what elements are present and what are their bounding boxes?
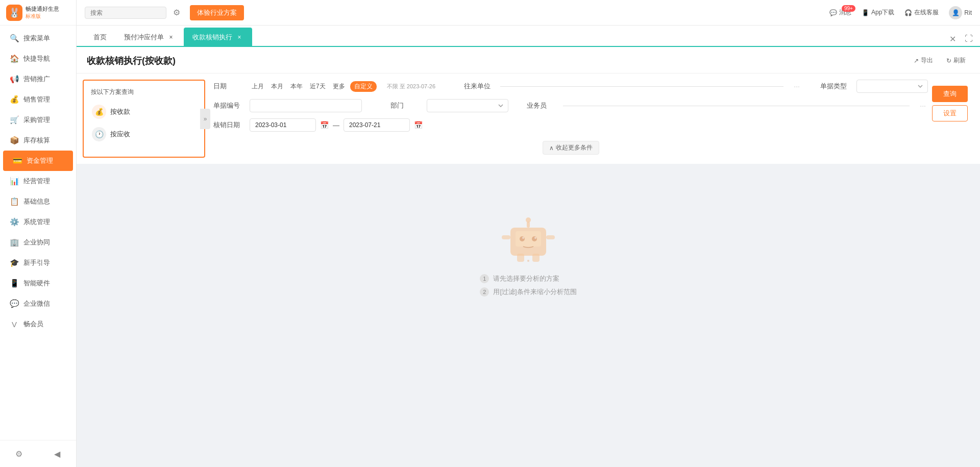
- date-7days[interactable]: 近7天: [308, 81, 328, 92]
- logo-sub: 标准版: [26, 13, 59, 20]
- query-btn[interactable]: 查询: [932, 86, 968, 102]
- svg-point-2: [520, 236, 525, 241]
- verify-date-end-calendar[interactable]: 📅: [414, 121, 423, 129]
- filter-option-by-receipt[interactable]: 💰 按收款: [84, 101, 204, 123]
- collapse-sidebar-icon[interactable]: ◀: [49, 446, 65, 462]
- export-label: 导出: [921, 56, 933, 65]
- search-input[interactable]: [85, 7, 166, 19]
- sidebar-item-hardware[interactable]: 📱 智能硬件: [0, 273, 76, 293]
- message-icon: 💬: [829, 9, 837, 16]
- receipt-icon: 💰: [92, 105, 106, 119]
- date-range-display: 不限 至 2023-07-26: [387, 83, 435, 90]
- settings-icon[interactable]: ⚙: [11, 446, 27, 462]
- sidebar-item-search[interactable]: 🔍 搜索菜单: [0, 28, 76, 48]
- date-this-month[interactable]: 本月: [269, 81, 285, 92]
- date-more[interactable]: 更多: [331, 81, 347, 92]
- sidebar-item-sales[interactable]: 💰 销售管理: [0, 89, 76, 110]
- sidebar-item-marketing[interactable]: 📢 营销推广: [0, 69, 76, 89]
- svg-rect-8: [502, 235, 510, 239]
- app-label: App下载: [871, 8, 894, 17]
- sidebar-item-capital[interactable]: 💳 资金管理: [3, 151, 73, 171]
- filter-area: 按以下方案查询 💰 按收款 🕐 按应收 » 日: [77, 73, 980, 164]
- nav-label-marketing: 营销推广: [23, 75, 50, 84]
- collapse-more-btn[interactable]: ∧ 收起更多条件: [543, 141, 599, 155]
- export-icon: ↗: [914, 57, 919, 64]
- nav-label-capital: 资金管理: [27, 156, 53, 165]
- user-menu[interactable]: 👤 Rit: [949, 6, 972, 19]
- message-badge: 99+: [842, 5, 855, 12]
- nav-label-inventory: 库存核算: [23, 136, 50, 145]
- close-tab-icon[interactable]: ✕: [945, 32, 960, 46]
- nav-label-search: 搜索菜单: [23, 34, 50, 43]
- expand-tab-icon[interactable]: ⛶: [962, 32, 976, 46]
- hint-text-2: 用[过滤]条件来缩小分析范围: [493, 287, 576, 297]
- doc-type-select[interactable]: [856, 80, 928, 93]
- nav-label-operation: 经营管理: [23, 177, 50, 186]
- nav-icon-marketing: 📢: [9, 74, 19, 84]
- svg-rect-10: [517, 254, 524, 262]
- empty-state: 1 请先选择要分析的方案 2 用[过滤]条件来缩小分析范围: [77, 164, 980, 337]
- message-btn[interactable]: 💬 消息 99+: [829, 8, 851, 17]
- sidebar-item-guide[interactable]: 🎓 新手引导: [0, 253, 76, 273]
- sidebar-item-operation[interactable]: 📊 经营管理: [0, 171, 76, 191]
- industry-btn[interactable]: 体验行业方案: [190, 5, 244, 20]
- verify-date-label: 核销日期: [213, 120, 241, 130]
- filter-row-2: 单据编号 部门 业务员 ···: [213, 99, 928, 112]
- nav-icon-operation: 📊: [9, 176, 19, 186]
- doc-num-input[interactable]: [250, 99, 362, 112]
- staff-ellipsis[interactable]: ···: [918, 102, 928, 110]
- sidebar-item-basic[interactable]: 📋 基础信息: [0, 191, 76, 212]
- svg-point-3: [532, 236, 537, 241]
- export-btn[interactable]: ↗ 导出: [910, 54, 937, 67]
- date-last-month[interactable]: 上月: [250, 81, 266, 92]
- hint-num-2: 2: [480, 287, 489, 297]
- refresh-btn[interactable]: ↻ 刷新: [942, 54, 970, 67]
- refresh-label: 刷新: [953, 56, 966, 65]
- tab-receipt-close[interactable]: ×: [235, 33, 243, 41]
- app-download-btn[interactable]: 📱 App下载: [862, 8, 894, 17]
- service-icon: 🎧: [904, 9, 912, 16]
- service-btn[interactable]: 🎧 在线客服: [904, 8, 939, 17]
- filter-option-by-payable[interactable]: 🕐 按应收: [84, 123, 204, 145]
- nav-icon-shortcut: 🏠: [9, 54, 19, 64]
- verify-date-dash: —: [333, 121, 339, 129]
- sidebar-item-system[interactable]: ⚙️ 系统管理: [0, 212, 76, 232]
- settings-btn[interactable]: 设置: [932, 105, 968, 121]
- nav-icon-hardware: 📱: [9, 278, 19, 288]
- filter-row-1: 日期 上月 本月 本年 近7天 更多 自定义 不限 至 2023-07-26 往…: [213, 80, 928, 93]
- date-this-year[interactable]: 本年: [288, 81, 305, 92]
- tab-home-label: 首页: [93, 33, 107, 42]
- tab-prepay-close[interactable]: ×: [167, 33, 175, 41]
- verify-date-end[interactable]: [344, 118, 410, 132]
- tab-receipt[interactable]: 收款核销执行 ×: [184, 28, 252, 46]
- app-icon: 📱: [862, 9, 869, 16]
- filter-row-3: 核销日期 📅 — 📅: [213, 118, 928, 132]
- nav-label-system: 系统管理: [23, 217, 50, 227]
- tab-prepay[interactable]: 预付冲应付单 ×: [115, 28, 184, 46]
- logo-icon: 🐰: [6, 5, 22, 21]
- payable-icon: 🕐: [92, 127, 106, 141]
- filter-panel-collapse-btn[interactable]: »: [200, 109, 210, 129]
- gear-icon[interactable]: ⚙: [169, 6, 184, 20]
- verify-date-start-calendar[interactable]: 📅: [320, 121, 329, 129]
- nav-label-enterprise: 企业协同: [23, 238, 50, 247]
- date-custom[interactable]: 自定义: [350, 81, 377, 92]
- sidebar-item-member[interactable]: V 畅会员: [0, 314, 76, 334]
- sidebar-item-shortcut[interactable]: 🏠 快捷导航: [0, 48, 76, 69]
- hint-text-1: 请先选择要分析的方案: [493, 274, 559, 283]
- sidebar-bottom: ⚙ ◀: [0, 440, 76, 467]
- sidebar-item-enterprise[interactable]: 🏢 企业协同: [0, 232, 76, 253]
- svg-point-7: [526, 217, 531, 223]
- nav-label-wechat: 企业微信: [23, 299, 50, 308]
- sidebar-item-inventory[interactable]: 📦 库存核算: [0, 130, 76, 151]
- sidebar-item-purchase[interactable]: 🛒 采购管理: [0, 110, 76, 130]
- sidebar-item-wechat[interactable]: 💬 企业微信: [0, 293, 76, 314]
- nav-label-guide: 新手引导: [23, 258, 50, 267]
- partner-label: 往来单位: [464, 82, 492, 91]
- tab-home[interactable]: 首页: [85, 28, 115, 46]
- tabbar: 首页 预付冲应付单 × 收款核销执行 × ✕ ⛶: [77, 26, 980, 47]
- partner-ellipsis[interactable]: ···: [792, 82, 802, 90]
- topbar-right: 💬 消息 99+ 📱 App下载 🎧 在线客服 👤 Rit: [829, 6, 972, 19]
- dept-select[interactable]: [427, 99, 508, 112]
- verify-date-start[interactable]: [250, 118, 316, 132]
